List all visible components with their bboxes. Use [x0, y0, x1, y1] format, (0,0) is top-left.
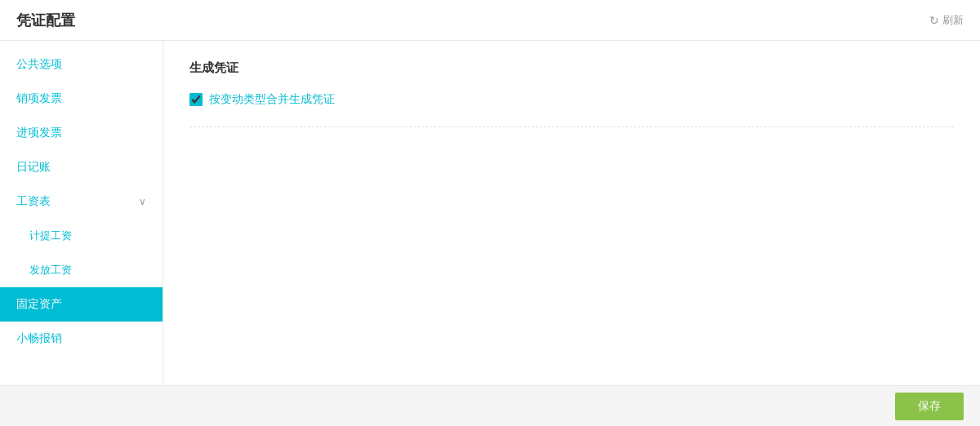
page-title: 凭证配置: [16, 11, 75, 30]
refresh-icon: ↻: [929, 14, 939, 27]
sidebar-item-label: 进项发票: [16, 126, 62, 140]
sidebar-item-label: 小畅报销: [16, 331, 62, 346]
merge-checkbox-label[interactable]: 按变动类型合并生成凭证: [209, 92, 335, 107]
sidebar-item-label: 发放工资: [29, 263, 72, 277]
sidebar-item-sales-invoice[interactable]: 销项发票: [0, 82, 163, 116]
page-footer: 保存: [0, 385, 980, 426]
sidebar-item-expense-report[interactable]: 小畅报销: [0, 322, 163, 356]
sidebar-item-label: 计提工资: [29, 229, 72, 243]
sidebar-item-label: 日记账: [16, 160, 51, 175]
main-layout: 公共选项销项发票进项发票日记账工资表∨计提工资发放工资固定资产小畅报销 生成凭证…: [0, 41, 980, 385]
sidebar-item-label: 公共选项: [16, 57, 62, 72]
sidebar-item-label: 工资表: [16, 194, 51, 209]
sidebar-item-purchase-invoice[interactable]: 进项发票: [0, 116, 163, 150]
merge-checkbox[interactable]: [189, 93, 203, 106]
sidebar-item-public-options[interactable]: 公共选项: [0, 47, 163, 82]
divider: [189, 126, 954, 127]
content-area: 生成凭证 按变动类型合并生成凭证: [163, 41, 980, 385]
chevron-down-icon: ∨: [139, 196, 146, 207]
sidebar-item-journal[interactable]: 日记账: [0, 150, 163, 184]
sidebar: 公共选项销项发票进项发票日记账工资表∨计提工资发放工资固定资产小畅报销: [0, 41, 163, 385]
save-button[interactable]: 保存: [895, 393, 964, 420]
section-title: 生成凭证: [189, 60, 954, 76]
refresh-label: 刷新: [942, 13, 964, 28]
sidebar-item-label: 销项发票: [16, 91, 62, 106]
sidebar-item-salary-payment[interactable]: 发放工资: [0, 253, 163, 287]
checkbox-row: 按变动类型合并生成凭证: [189, 92, 954, 107]
sidebar-item-label: 固定资产: [16, 297, 62, 312]
sidebar-item-salary-accrual[interactable]: 计提工资: [0, 219, 163, 253]
sidebar-item-fixed-assets[interactable]: 固定资产: [0, 287, 163, 322]
refresh-button[interactable]: ↻ 刷新: [929, 13, 964, 28]
page-header: 凭证配置 ↻ 刷新: [0, 0, 980, 41]
sidebar-item-payroll-table[interactable]: 工资表∨: [0, 184, 163, 219]
